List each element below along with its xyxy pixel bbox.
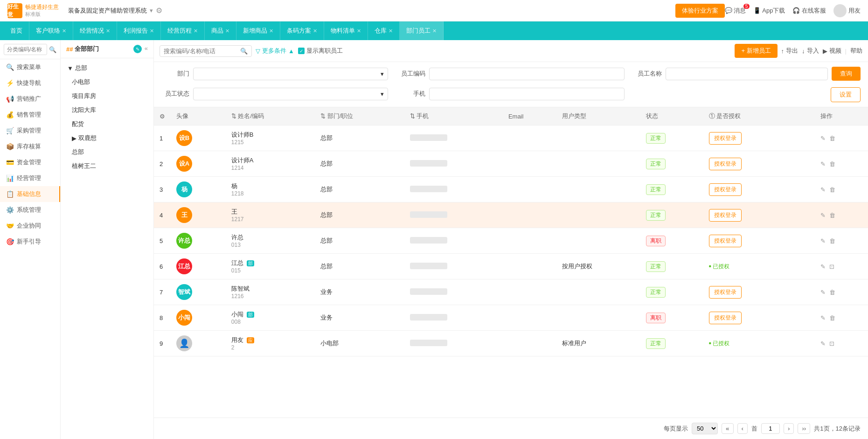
- sidebar-item-search[interactable]: 🔍搜索菜单: [0, 59, 60, 75]
- page-number-input[interactable]: [761, 423, 780, 434]
- phone-filter-input[interactable]: [429, 88, 624, 100]
- auth-login-button[interactable]: 授权登录: [709, 286, 742, 299]
- dept-node-hq[interactable]: 总部: [61, 145, 153, 159]
- tab-close-icon[interactable]: ✕: [194, 28, 198, 34]
- sidebar-search-input[interactable]: [4, 44, 47, 55]
- nav-tab-journey[interactable]: 经营历程 ✕: [161, 21, 205, 40]
- sidebar-item-finance[interactable]: 💳资金管理: [0, 154, 60, 170]
- auth-login-button[interactable]: 授权登录: [709, 183, 742, 196]
- sidebar-item-operation[interactable]: 📊经营管理: [0, 170, 60, 186]
- edit-icon[interactable]: ✎: [820, 340, 826, 347]
- nav-tab-employee[interactable]: 部门员工 ✕: [400, 21, 444, 40]
- edit-icon[interactable]: ✎: [820, 289, 826, 296]
- help-button[interactable]: 帮助: [850, 47, 862, 55]
- tab-close-icon[interactable]: ✕: [389, 28, 393, 34]
- auth-login-button[interactable]: 授权登录: [709, 235, 742, 247]
- next-page-button[interactable]: ›: [784, 423, 794, 434]
- delete-icon[interactable]: 🗑: [829, 289, 835, 296]
- sidebar-item-marketing[interactable]: 📢营销推广: [0, 91, 60, 107]
- nav-tab-warehouse[interactable]: 仓库 ✕: [368, 21, 400, 40]
- col-name[interactable]: ⇅ 姓名/编码: [226, 107, 315, 125]
- employee-search-input[interactable]: [164, 48, 238, 55]
- tab-close-icon[interactable]: ✕: [313, 28, 317, 34]
- auth-login-button[interactable]: 授权登录: [709, 132, 742, 145]
- auth-login-button[interactable]: 授权登录: [709, 209, 742, 222]
- trial-button[interactable]: 体验行业方案: [675, 4, 725, 18]
- nav-tab-home[interactable]: 首页: [4, 21, 29, 40]
- auth-login-button[interactable]: 授权登录: [709, 312, 742, 324]
- delete-icon[interactable]: 🗑: [829, 186, 835, 193]
- first-page-button[interactable]: «: [722, 423, 733, 434]
- nav-tab-new-goods[interactable]: 新增商品 ✕: [236, 21, 280, 40]
- collapse-panel-icon[interactable]: «: [145, 45, 148, 53]
- edit-icon[interactable]: ✎: [820, 212, 826, 219]
- more-filter-button[interactable]: ▽ 更多条件 ▲: [256, 47, 294, 55]
- set-button[interactable]: 设置: [831, 87, 861, 102]
- dept-node-shuanglu[interactable]: ▶ 双鹿想: [61, 131, 153, 145]
- dept-filter-select[interactable]: ▾: [193, 68, 388, 80]
- nav-tab-customer[interactable]: 客户联络 ✕: [29, 21, 73, 40]
- tab-close-icon[interactable]: ✕: [62, 28, 66, 34]
- export-button[interactable]: ↑ 导出: [781, 47, 799, 55]
- sidebar-item-system[interactable]: ⚙️系统管理: [0, 202, 60, 218]
- app-download-button[interactable]: 📱 App下载: [753, 7, 785, 15]
- video-button[interactable]: ▶ 视频: [823, 47, 841, 55]
- all-dept-label[interactable]: ## 全部部门: [66, 45, 99, 53]
- edit-dept-icon[interactable]: ✎: [133, 45, 142, 53]
- show-resigned-checkbox[interactable]: ✓ 显示离职员工: [298, 47, 343, 55]
- delete-icon[interactable]: 🗑: [829, 160, 835, 167]
- edit-icon[interactable]: ✎: [820, 263, 826, 270]
- col-auth[interactable]: ① 是否授权: [703, 107, 792, 125]
- search-icon[interactable]: 🔍: [240, 48, 248, 55]
- dept-node-general[interactable]: ▼ 总部: [61, 61, 153, 75]
- sidebar-item-collab[interactable]: 🤝企业协同: [0, 218, 60, 234]
- user-avatar[interactable]: 用友: [833, 4, 861, 17]
- settings-icon[interactable]: ⚙: [156, 6, 162, 15]
- query-button[interactable]: 查询: [832, 67, 861, 81]
- sidebar-item-guide[interactable]: 🎯新手引导: [0, 234, 60, 250]
- status-filter-select[interactable]: ▾: [193, 88, 388, 100]
- delete-icon[interactable]: 🗑: [829, 237, 835, 244]
- tab-close-icon[interactable]: ✕: [106, 28, 110, 34]
- nav-tab-barcode[interactable]: 条码方案 ✕: [280, 21, 324, 40]
- dept-node-delivery[interactable]: 配货: [61, 117, 153, 131]
- tab-close-icon[interactable]: ✕: [269, 28, 273, 34]
- col-phone[interactable]: ⇅ 手机: [404, 107, 503, 125]
- nav-tab-bom[interactable]: 物料清单 ✕: [324, 21, 368, 40]
- copy-icon[interactable]: ⊡: [829, 263, 834, 270]
- copy-icon[interactable]: ⊡: [829, 340, 834, 347]
- tab-close-icon[interactable]: ✕: [357, 28, 361, 34]
- nav-tab-business[interactable]: 经营情况 ✕: [73, 21, 117, 40]
- prev-page-button[interactable]: ‹: [737, 423, 748, 434]
- import-button[interactable]: ↓ 导入: [802, 47, 819, 55]
- edit-icon[interactable]: ✎: [820, 186, 826, 193]
- per-page-select[interactable]: 50 100: [692, 423, 718, 434]
- tab-close-icon[interactable]: ✕: [150, 28, 154, 34]
- emp-name-filter-input[interactable]: [666, 68, 828, 80]
- edit-icon[interactable]: ✎: [820, 160, 826, 167]
- col-dept[interactable]: ⇅ 部门/职位: [315, 107, 404, 125]
- dept-node-project[interactable]: 项目库房: [61, 89, 153, 103]
- nav-tab-goods[interactable]: 商品 ✕: [205, 21, 236, 40]
- col-settings[interactable]: ⚙: [154, 107, 171, 125]
- auth-login-button[interactable]: 授权登录: [709, 158, 742, 170]
- sidebar-item-purchase[interactable]: 🛒采购管理: [0, 123, 60, 139]
- tab-close-icon[interactable]: ✕: [432, 28, 437, 34]
- online-service-button[interactable]: 🎧 在线客服: [792, 7, 826, 15]
- tab-close-icon[interactable]: ✕: [225, 28, 229, 34]
- delete-icon[interactable]: 🗑: [829, 314, 835, 321]
- add-employee-button[interactable]: + 新增员工: [735, 44, 777, 58]
- last-page-button[interactable]: ››: [798, 423, 810, 434]
- edit-icon[interactable]: ✎: [820, 314, 826, 321]
- sidebar-item-nav[interactable]: ⚡快捷导航: [0, 75, 60, 91]
- edit-icon[interactable]: ✎: [820, 135, 826, 142]
- sidebar-item-inventory[interactable]: 📦库存核算: [0, 139, 60, 154]
- dept-node-small-elec[interactable]: 小电部: [61, 75, 153, 89]
- delete-icon[interactable]: 🗑: [829, 135, 835, 142]
- delete-icon[interactable]: 🗑: [829, 212, 835, 219]
- sidebar-search-icon[interactable]: 🔍: [49, 46, 56, 53]
- sidebar-item-sales[interactable]: 💰销售管理: [0, 107, 60, 123]
- emp-code-filter-input[interactable]: [429, 68, 624, 80]
- message-button[interactable]: 💬 消息 5: [725, 7, 746, 15]
- dept-node-shenyang[interactable]: 沈阳大库: [61, 103, 153, 117]
